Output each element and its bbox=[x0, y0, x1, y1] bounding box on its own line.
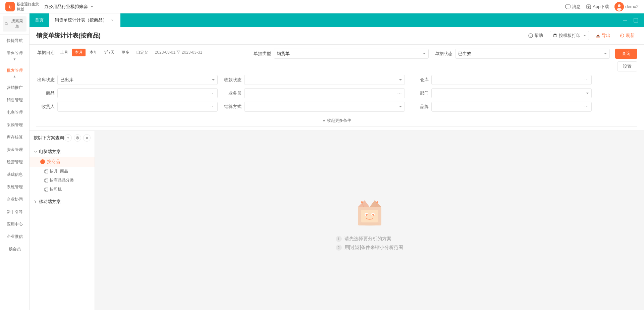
sidebar-item-label: 销售管理 bbox=[7, 97, 23, 103]
sidebar-quick-nav: 快捷导航 bbox=[0, 35, 29, 47]
payment-method-select[interactable] bbox=[244, 102, 405, 112]
sidebar-item-purchase[interactable]: 采购管理 bbox=[0, 119, 29, 131]
logo-area: 好 畅捷通好生意 标版 bbox=[5, 2, 39, 11]
date-tab-more[interactable]: 更多 bbox=[119, 49, 132, 56]
sidebar-item-enterprise_coop[interactable]: 企业协同 bbox=[0, 193, 29, 206]
query-button[interactable]: 查询 bbox=[615, 49, 637, 59]
sidebar-item-quick-nav[interactable]: 快捷导航 bbox=[0, 36, 29, 46]
sidebar-sub-indicator: ▼ bbox=[13, 57, 16, 61]
svg-rect-14 bbox=[554, 36, 556, 36]
tab-home[interactable]: 首页 bbox=[30, 13, 49, 27]
tab-sales-stats[interactable]: 销货单统计计表（按商品） × bbox=[49, 13, 120, 27]
sidebar-item-wholesale[interactable]: 批发管理▲ bbox=[0, 64, 29, 82]
dept-select[interactable] bbox=[431, 88, 592, 98]
right-section: 首页 销货单统计计表（按商品） × 销货单统计计表(按商品) bbox=[30, 13, 644, 310]
scheme-item-by-goods[interactable]: 按商品 bbox=[30, 157, 95, 167]
sidebar-item-sales[interactable]: 销售管理 bbox=[0, 94, 29, 106]
message-button[interactable]: 消息 bbox=[565, 4, 581, 10]
doc-type-label: 单据类型 bbox=[253, 51, 271, 57]
refresh-button[interactable]: 刷新 bbox=[617, 31, 637, 40]
svg-rect-27 bbox=[45, 189, 46, 189]
scheme-item-by-month-goods[interactable]: 按月+商品 bbox=[30, 167, 95, 176]
settings-button[interactable]: 设置 bbox=[617, 61, 637, 71]
step-2-number: 2 bbox=[336, 245, 342, 251]
sidebar-item-label: 畅会员 bbox=[9, 246, 21, 252]
svg-rect-19 bbox=[45, 170, 46, 171]
svg-point-6 bbox=[617, 8, 622, 11]
avatar bbox=[614, 2, 624, 11]
goods-input[interactable]: ··· bbox=[57, 88, 218, 98]
scheme-group-desktop: 电脑端方案 按商品 按月+商品 按商品品分类 bbox=[30, 145, 95, 195]
sidebar-item-finance[interactable]: 资金管理 bbox=[0, 144, 29, 156]
search-menu-button[interactable]: 搜索菜单 bbox=[3, 16, 26, 32]
svg-rect-26 bbox=[45, 188, 48, 191]
sidebar-item-retail[interactable]: 零售管理▼ bbox=[0, 47, 29, 64]
scheme-panel-header: 按以下方案查询 + « bbox=[30, 131, 95, 145]
scheme-collapse-button[interactable]: « bbox=[83, 134, 91, 142]
staff-dots[interactable]: ··· bbox=[397, 90, 401, 96]
logo-text: 畅捷通好生意 标版 bbox=[17, 2, 39, 11]
brand-input[interactable]: ··· bbox=[431, 102, 592, 112]
goods-dots[interactable]: ··· bbox=[210, 90, 215, 96]
scheme-edit-button[interactable] bbox=[74, 134, 81, 142]
doc-status-label: 单据状态 bbox=[434, 51, 452, 57]
help-button[interactable]: ? 帮助 bbox=[526, 31, 546, 40]
sidebar-item-operations[interactable]: 经营管理 bbox=[0, 156, 29, 168]
print-button[interactable]: 按模板打印 bbox=[550, 31, 589, 40]
sidebar-item-label: 经营管理 bbox=[7, 159, 23, 165]
date-tab-last-month[interactable]: 上月 bbox=[57, 49, 71, 56]
scheme-group-mobile-title[interactable]: 移动端方案 bbox=[30, 197, 95, 207]
warehouse-input[interactable]: ··· bbox=[431, 75, 592, 85]
receiver-input[interactable]: ··· bbox=[57, 102, 218, 112]
tab-maximize-button[interactable] bbox=[632, 16, 640, 24]
logo-icon: 好 bbox=[5, 2, 15, 11]
date-tab-7days[interactable]: 近7天 bbox=[102, 49, 117, 56]
topbar-left: 好 畅捷通好生意 标版 办公用品行业模拟账套 bbox=[5, 2, 96, 11]
out-status-select[interactable]: 已出库 bbox=[57, 75, 218, 85]
scheme-item-by-goods-category[interactable]: 按商品品分类 bbox=[30, 176, 95, 185]
svg-point-36 bbox=[372, 214, 374, 216]
sidebar-menu: 零售管理▼批发管理▲营销推广销售管理电商管理采购管理库存核算资金管理经营管理基础… bbox=[0, 47, 29, 255]
doc-type-select[interactable]: 销货单 bbox=[274, 49, 428, 59]
sidebar-item-marketing[interactable]: 营销推广 bbox=[0, 82, 29, 94]
sidebar-item-ecommerce[interactable]: 电商管理 bbox=[0, 106, 29, 119]
tab-close-icon[interactable]: × bbox=[110, 17, 115, 23]
brand-dots[interactable]: ··· bbox=[584, 104, 589, 110]
dept-chevron-icon bbox=[586, 93, 589, 94]
sidebar-item-member[interactable]: 畅会员 bbox=[0, 243, 29, 255]
scheme-group-desktop-title[interactable]: 电脑端方案 bbox=[30, 147, 95, 157]
payment-status-select[interactable] bbox=[244, 75, 405, 85]
staff-input[interactable]: ··· bbox=[244, 88, 405, 98]
svg-rect-21 bbox=[45, 172, 46, 172]
sidebar-item-label: 批发管理 bbox=[7, 68, 23, 73]
app-download-button[interactable]: App下载 bbox=[586, 4, 609, 10]
date-tabs: 上月 本月 本年 近7天 更多 自定义 bbox=[57, 49, 151, 56]
topbar-right: 消息 App下载 demo2 bbox=[565, 2, 639, 11]
sidebar-item-inventory[interactable]: 库存核算 bbox=[0, 131, 29, 144]
sidebar-item-app_center[interactable]: 应用中心 bbox=[0, 218, 29, 230]
date-tab-this-month[interactable]: 本月 bbox=[72, 49, 86, 56]
sidebar-item-label: 企业微信 bbox=[7, 234, 23, 240]
date-tab-this-year[interactable]: 本年 bbox=[87, 49, 100, 56]
tab-minimize-button[interactable] bbox=[621, 16, 629, 24]
user-menu[interactable]: demo2 bbox=[614, 2, 639, 11]
svg-rect-28 bbox=[47, 189, 47, 189]
receiver-dots[interactable]: ··· bbox=[210, 104, 215, 110]
sidebar-item-enterprise_wechat[interactable]: 企业微信 bbox=[0, 230, 29, 243]
doc-status-select[interactable]: 已生效 bbox=[455, 49, 610, 59]
warehouse-dots[interactable]: ··· bbox=[584, 77, 589, 83]
out-status-label: 出库状态 bbox=[36, 77, 55, 83]
sidebar-sub-indicator: ▲ bbox=[13, 74, 16, 78]
date-tab-custom[interactable]: 自定义 bbox=[133, 49, 151, 56]
sidebar-item-system[interactable]: 系统管理 bbox=[0, 181, 29, 193]
collapse-button[interactable]: ∧ 收起更多条件 bbox=[36, 115, 637, 126]
scheme-item-by-cashier[interactable]: 按司机 bbox=[30, 185, 95, 194]
export-button[interactable]: 导出 bbox=[593, 31, 613, 40]
workspace-selector[interactable]: 办公用品行业模拟账套 bbox=[42, 2, 96, 11]
scheme-panel-actions: + « bbox=[64, 134, 91, 142]
sidebar-item-new_guide[interactable]: 新手引导 bbox=[0, 206, 29, 218]
empty-step-1: 1 请先选择要分析的方案 bbox=[336, 236, 404, 242]
scheme-add-button[interactable]: + bbox=[64, 134, 72, 142]
sidebar-item-basic[interactable]: 基础信息 bbox=[0, 168, 29, 181]
sidebar: 搜索菜单 快捷导航 零售管理▼批发管理▲营销推广销售管理电商管理采购管理库存核算… bbox=[0, 13, 30, 310]
